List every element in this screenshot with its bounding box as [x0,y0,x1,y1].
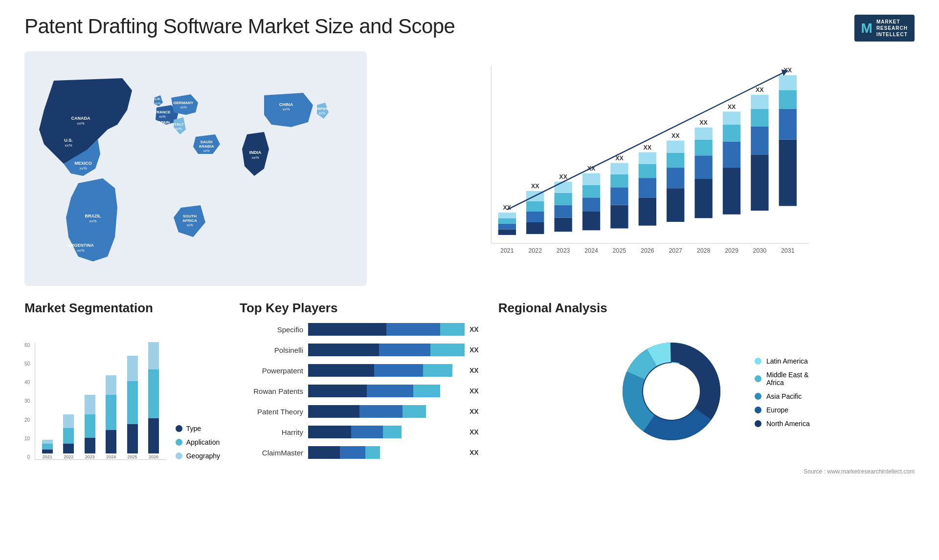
svg-rect-42 [526,201,544,212]
svg-rect-85 [779,140,797,206]
svg-rect-77 [723,125,740,141]
europe-label: Europe [766,406,788,414]
source: Source : www.marketresearchintellect.com [498,467,915,475]
europe-dot [755,407,761,413]
svg-text:U.K.: U.K. [154,97,161,101]
svg-rect-83 [751,95,768,109]
svg-rect-60 [639,197,656,225]
svg-rect-55 [610,205,628,229]
svg-rect-37 [498,218,516,223]
middle-east-label: Middle East &Africa [766,371,808,387]
svg-rect-88 [779,75,797,90]
north-america-label: North America [766,420,810,428]
header: Patent Drafting Software Market Size and… [24,15,915,42]
regional-title: Regional Analysis [498,301,915,316]
svg-rect-56 [610,187,628,205]
legend-type-label: Type [186,425,201,432]
player-row-powerpatent: Powerpatent XX [240,364,479,377]
svg-text:2025: 2025 [613,247,626,254]
svg-rect-72 [694,140,712,156]
svg-text:xx%: xx% [65,143,72,148]
svg-rect-62 [639,164,656,178]
legend-asia-pacific: Asia Pacific [755,392,810,400]
player-row-specifio: Specifio XX [240,323,479,336]
legend-north-america: North America [755,420,810,428]
svg-text:XX: XX [559,173,567,180]
bottom-section: Market Segmentation 60 50 40 30 20 10 0 [24,301,915,506]
svg-text:xx%: xx% [175,127,181,130]
svg-text:xx%: xx% [186,223,193,227]
svg-rect-66 [667,168,684,188]
page-title: Patent Drafting Software Market Size and… [24,15,455,38]
svg-text:2030: 2030 [753,247,767,254]
svg-rect-50 [582,212,600,230]
svg-text:xx%: xx% [251,155,259,160]
players-title: Top Key Players [240,301,479,316]
svg-text:XX: XX [671,132,680,139]
logo: M MARKET RESEARCH INTELLECT [854,15,915,42]
svg-rect-67 [667,152,684,168]
svg-text:ARGENTINA: ARGENTINA [67,243,94,248]
svg-text:SAUDI: SAUDI [201,140,213,144]
player-row-claimmaster: ClaimMaster XX [240,446,479,459]
legend-app-label: Application [186,438,220,446]
top-section: CANADA xx% U.S. xx% MEXICO xx% BRAZIL xx… [24,51,915,286]
regional-legend: Latin America Middle East &Africa Asia P… [755,357,810,428]
svg-text:INDIA: INDIA [249,150,262,155]
svg-text:ITALY: ITALY [173,122,184,127]
svg-rect-38 [498,213,516,218]
north-america-dot [755,420,761,427]
svg-text:2029: 2029 [725,247,738,254]
svg-rect-40 [526,222,544,234]
svg-text:AFRICA: AFRICA [182,218,197,223]
logo-letter: M [861,21,872,36]
svg-text:2026: 2026 [641,247,654,254]
legend-app-dot [176,439,182,446]
player-row-rowan-patents: Rowan Patents XX [240,385,479,397]
legend-latin-america: Latin America [755,357,810,365]
logo-text: MARKET RESEARCH INTELLECT [876,19,908,38]
player-row-polsinelli: Polsinelli XX [240,344,479,356]
svg-text:BRAZIL: BRAZIL [85,214,101,218]
players-section: Top Key Players Specifio XX Polsinelli X… [230,301,489,506]
svg-text:2022: 2022 [528,247,542,254]
svg-text:2024: 2024 [584,247,598,254]
svg-text:CANADA: CANADA [71,116,90,121]
legend-geography: Geography [176,452,220,460]
svg-rect-82 [751,109,768,127]
svg-text:2021: 2021 [500,247,514,254]
svg-rect-51 [582,197,600,212]
svg-text:xx%: xx% [154,102,160,105]
segmentation-title: Market Segmentation [24,301,220,316]
legend-application: Application [176,438,220,446]
legend-europe: Europe [755,406,810,414]
svg-text:2023: 2023 [557,247,570,254]
svg-text:xx%: xx% [160,125,167,129]
svg-text:ARABIA: ARABIA [199,144,214,149]
legend-middle-east-africa: Middle East &Africa [755,371,810,387]
svg-text:xx%: xx% [79,166,87,171]
legend-type-dot [176,425,182,432]
middle-east-dot [755,375,761,382]
svg-rect-47 [554,193,572,205]
svg-text:XX: XX [756,86,764,93]
svg-text:xx%: xx% [159,115,165,118]
svg-rect-70 [694,179,712,218]
svg-text:xx%: xx% [318,111,325,115]
svg-rect-76 [723,142,740,168]
latin-america-dot [755,358,761,365]
svg-text:GERMANY: GERMANY [174,101,194,105]
svg-point-109 [643,363,700,420]
svg-rect-46 [554,205,572,218]
svg-text:XX: XX [644,144,652,151]
player-row-patent-theory: Patent Theory XX [240,405,479,418]
latin-america-label: Latin America [766,357,808,365]
source-text: Source : www.marketresearchintellect.com [804,468,915,475]
svg-text:xx%: xx% [77,121,84,126]
svg-text:JAPAN: JAPAN [315,107,329,111]
svg-rect-36 [498,224,516,229]
svg-rect-73 [694,128,712,140]
svg-rect-45 [554,217,572,232]
donut-chart [603,323,740,462]
svg-rect-41 [526,212,544,222]
